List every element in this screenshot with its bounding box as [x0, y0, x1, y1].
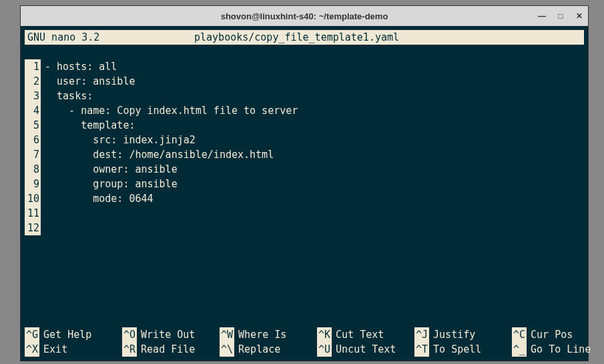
nano-footer: ^GGet Help^OWrite Out^WWhere Is^KCut Tex…: [25, 327, 584, 357]
line-content: - name: Copy index.html file to server: [41, 103, 298, 118]
editor-line: 1- hosts: all: [25, 59, 584, 74]
shortcut-key: ^G: [25, 327, 39, 342]
line-content: user: ansible: [41, 74, 135, 89]
shortcut-key: ^C: [512, 327, 527, 342]
shortcut-row-2: ^XExit^RRead File^\Replace^UUncut Text^T…: [25, 342, 584, 357]
shortcut-key: ^O: [122, 327, 137, 342]
shortcut-item: ^TTo Spell: [414, 342, 512, 357]
shortcut-label: Read File: [137, 342, 195, 357]
shortcut-key: ^_: [512, 342, 527, 357]
shortcut-label: Cut Text: [332, 327, 384, 342]
shortcut-item: ^UUncut Text: [317, 342, 414, 357]
line-content: owner: ansible: [41, 162, 178, 177]
shortcut-item: ^\Replace: [220, 342, 317, 357]
close-button[interactable]: ✕: [575, 11, 584, 21]
editor-line: 12: [25, 221, 584, 235]
shortcut-key: ^W: [220, 327, 234, 342]
editor-line: 3 tasks:: [25, 89, 584, 103]
nano-header: GNU nano 3.2 playbooks/copy_file_templat…: [25, 30, 584, 45]
shortcut-row-1: ^GGet Help^OWrite Out^WWhere Is^KCut Tex…: [25, 327, 584, 342]
shortcut-item: ^XExit: [25, 342, 122, 357]
editor-area[interactable]: 1- hosts: all2 user: ansible3 tasks:4 - …: [25, 45, 584, 327]
shortcut-label: Justify: [429, 327, 475, 342]
terminal-body[interactable]: GNU nano 3.2 playbooks/copy_file_templat…: [21, 26, 588, 361]
shortcut-label: Write Out: [137, 327, 195, 342]
editor-line: 9 group: ansible: [25, 177, 584, 191]
line-number: 4: [25, 103, 41, 118]
line-content: src: index.jinja2: [41, 133, 196, 147]
shortcut-label: Where Is: [234, 327, 286, 342]
line-number: 1: [25, 59, 41, 74]
nano-app-name: GNU nano 3.2: [27, 30, 194, 45]
shortcut-label: To Spell: [429, 342, 481, 357]
editor-line: 4 - name: Copy index.html file to server: [25, 103, 584, 118]
shortcut-item: ^WWhere Is: [220, 327, 317, 342]
line-number: 3: [25, 89, 41, 103]
line-number: 8: [25, 162, 41, 177]
terminal-window: shovon@linuxhint-s40: ~/template-demo — …: [20, 5, 589, 361]
shortcut-item: ^_Go To Line: [512, 342, 604, 357]
line-number: 9: [25, 177, 41, 191]
editor-line: 7 dest: /home/ansible/index.html: [25, 147, 584, 162]
shortcut-item: ^OWrite Out: [122, 327, 220, 342]
minimize-button[interactable]: —: [537, 11, 547, 21]
shortcut-key: ^U: [317, 342, 332, 357]
line-number: 10: [25, 191, 41, 206]
maximize-button[interactable]: □: [556, 11, 565, 21]
line-number: 11: [25, 206, 41, 221]
shortcut-label: Cur Pos: [527, 327, 573, 342]
line-content: [41, 221, 45, 235]
line-content: - hosts: all: [41, 59, 117, 74]
shortcut-label: Replace: [234, 342, 280, 357]
window-title: shovon@linuxhint-s40: ~/template-demo: [221, 11, 388, 21]
line-content: template:: [41, 118, 135, 133]
line-number: 7: [25, 147, 41, 162]
shortcut-label: Get Help: [39, 327, 91, 342]
editor-line: 11: [25, 206, 584, 221]
line-number: 2: [25, 74, 41, 89]
editor-line: 10 mode: 0644: [25, 191, 584, 206]
shortcut-key: ^X: [25, 342, 39, 357]
shortcut-item: ^CCur Pos: [512, 327, 604, 342]
editor-line: 2 user: ansible: [25, 74, 584, 89]
shortcut-item: ^KCut Text: [317, 327, 414, 342]
line-number: 5: [25, 118, 41, 133]
line-content: group: ansible: [41, 177, 178, 191]
editor-line: 8 owner: ansible: [25, 162, 584, 177]
editor-line: 6 src: index.jinja2: [25, 133, 584, 147]
window-controls: — □ ✕: [537, 11, 584, 21]
shortcut-key: ^T: [414, 342, 429, 357]
line-content: tasks:: [41, 89, 93, 103]
shortcut-item: ^RRead File: [122, 342, 220, 357]
nano-filename: playbooks/copy_file_template1.yaml: [194, 30, 581, 45]
shortcut-label: Exit: [39, 342, 67, 357]
shortcut-key: ^R: [122, 342, 137, 357]
shortcut-item: ^GGet Help: [25, 327, 122, 342]
shortcut-key: ^\: [220, 342, 234, 357]
line-content: mode: 0644: [41, 191, 154, 206]
shortcut-label: Uncut Text: [332, 342, 396, 357]
shortcut-key: ^K: [317, 327, 332, 342]
titlebar: shovon@linuxhint-s40: ~/template-demo — …: [21, 6, 588, 26]
editor-line: 5 template:: [25, 118, 584, 133]
line-content: [41, 206, 45, 221]
shortcut-item: ^JJustify: [414, 327, 512, 342]
line-number: 6: [25, 133, 41, 147]
line-content: dest: /home/ansible/index.html: [41, 147, 274, 162]
shortcut-label: Go To Line: [527, 342, 591, 357]
shortcut-key: ^J: [414, 327, 429, 342]
line-number: 12: [25, 221, 41, 235]
